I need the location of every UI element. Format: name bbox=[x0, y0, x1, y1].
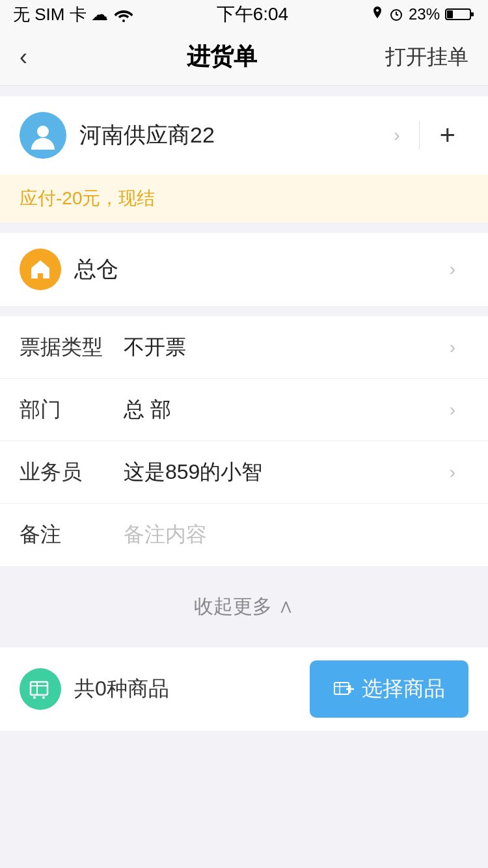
warehouse-icon bbox=[20, 249, 61, 290]
remark-label: 备注 bbox=[20, 521, 111, 549]
bottom-bar: 共0种商品 选择商品 bbox=[0, 647, 488, 731]
svg-point-0 bbox=[122, 20, 125, 22]
supplier-row[interactable]: 河南供应商22 › + bbox=[0, 96, 488, 174]
warehouse-name: 总仓 bbox=[74, 254, 450, 284]
status-bar-left: 无 SIM 卡 ☁ bbox=[13, 3, 134, 26]
notice-bar: 应付-20元，现结 bbox=[0, 174, 488, 223]
collapse-button[interactable]: 收起更多 ∧ bbox=[0, 576, 488, 637]
status-bar-time: 下午6:04 bbox=[217, 2, 289, 27]
salesperson-row[interactable]: 业务员 这是859的小智 › bbox=[0, 441, 488, 504]
page-fill bbox=[0, 731, 488, 868]
page-title: 进货单 bbox=[187, 41, 257, 73]
product-count-label: 共0种商品 bbox=[74, 675, 297, 703]
form-card: 票据类型 不开票 › 部门 总 部 › 业务员 这是859的小智 › 备注 备注… bbox=[0, 316, 488, 566]
select-product-icon bbox=[333, 680, 354, 698]
remark-value: 备注内容 bbox=[111, 521, 468, 549]
svg-point-7 bbox=[37, 126, 49, 137]
person-icon bbox=[29, 121, 57, 150]
salesperson-value: 这是859的小智 bbox=[111, 458, 450, 487]
department-chevron-icon: › bbox=[450, 400, 455, 420]
select-product-label: 选择商品 bbox=[362, 675, 445, 703]
warehouse-row[interactable]: 总仓 › bbox=[0, 233, 488, 306]
open-pending-button[interactable]: 打开挂单 bbox=[385, 43, 468, 72]
home-icon bbox=[29, 258, 52, 281]
cart-icon bbox=[28, 677, 53, 701]
remark-row[interactable]: 备注 备注内容 bbox=[0, 504, 488, 566]
department-label: 部门 bbox=[20, 396, 111, 424]
status-bar-right: 23% bbox=[371, 5, 475, 23]
select-product-button[interactable]: 选择商品 bbox=[310, 660, 468, 718]
department-value: 总 部 bbox=[111, 396, 450, 424]
svg-rect-8 bbox=[31, 682, 47, 695]
nav-bar: ‹ 进货单 打开挂单 bbox=[0, 29, 488, 86]
battery-icon bbox=[445, 7, 475, 22]
invoice-type-chevron-icon: › bbox=[450, 337, 455, 358]
alarm-icon bbox=[389, 7, 403, 22]
svg-point-12 bbox=[42, 696, 45, 699]
department-row[interactable]: 部门 总 部 › bbox=[0, 379, 488, 441]
location-icon bbox=[371, 7, 384, 22]
supplier-card: 河南供应商22 › + 应付-20元，现结 bbox=[0, 96, 488, 223]
svg-rect-6 bbox=[447, 10, 453, 18]
salesperson-label: 业务员 bbox=[20, 458, 111, 487]
invoice-type-row[interactable]: 票据类型 不开票 › bbox=[0, 316, 488, 379]
main-content: 河南供应商22 › + 应付-20元，现结 总仓 › 票据类型 不开票 › 部门… bbox=[0, 96, 488, 868]
supplier-chevron-icon: › bbox=[394, 125, 400, 146]
status-bar: 无 SIM 卡 ☁ 下午6:04 23% bbox=[0, 0, 488, 29]
supplier-divider bbox=[419, 121, 420, 150]
svg-point-11 bbox=[33, 696, 36, 699]
invoice-type-label: 票据类型 bbox=[20, 333, 111, 362]
invoice-type-value: 不开票 bbox=[111, 333, 450, 362]
salesperson-chevron-icon: › bbox=[450, 462, 455, 483]
supplier-name: 河南供应商22 bbox=[79, 120, 394, 150]
battery-percent: 23% bbox=[409, 5, 440, 23]
back-button[interactable]: ‹ bbox=[20, 44, 59, 71]
warehouse-chevron-icon: › bbox=[450, 259, 455, 280]
sim-status: 无 SIM 卡 ☁ bbox=[13, 3, 108, 26]
svg-rect-5 bbox=[470, 12, 474, 16]
supplier-avatar bbox=[20, 112, 66, 159]
add-supplier-button[interactable]: + bbox=[426, 120, 468, 151]
product-icon bbox=[20, 668, 61, 710]
wifi-icon bbox=[113, 7, 134, 22]
